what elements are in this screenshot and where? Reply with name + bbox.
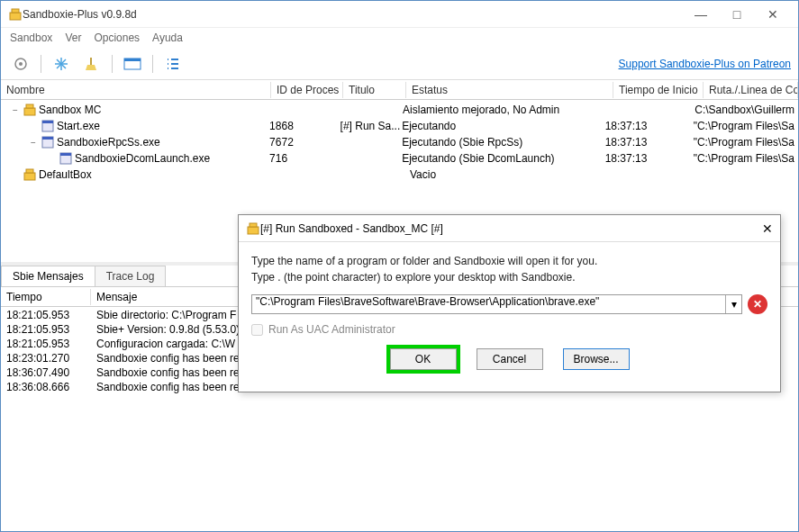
- cell-pid: 1868: [269, 120, 340, 132]
- cell-time: 18:37:13: [605, 152, 694, 165]
- cell-time: 18:37:13: [605, 120, 694, 132]
- broom-icon[interactable]: [79, 51, 104, 77]
- dialog-titlebar: [#] Run Sandboxed - Sandbox_MC [#] ✕: [239, 215, 780, 242]
- dropdown-icon[interactable]: ▾: [725, 295, 741, 313]
- svg-rect-20: [42, 121, 53, 123]
- settings-icon[interactable]: [8, 51, 33, 77]
- app-icon: [8, 7, 23, 22]
- toolbar-separator: [152, 55, 153, 73]
- tree-row[interactable]: − Sandbox MCAislamiento mejorado, No Adm…: [5, 102, 794, 118]
- svg-rect-0: [10, 13, 21, 20]
- maximize-button[interactable]: □: [719, 2, 755, 27]
- run-as-admin-checkbox[interactable]: Run As UAC Administrator: [251, 323, 767, 336]
- log-time: 18:21:05.953: [1, 309, 91, 323]
- log-col-tiempo[interactable]: Tiempo: [1, 289, 91, 305]
- menu-ayuda[interactable]: Ayuda: [152, 32, 183, 44]
- expander-icon[interactable]: −: [28, 138, 39, 148]
- tree-row[interactable]: Start.exe1868[#] Run Sa...Ejecutando18:3…: [5, 118, 794, 134]
- cancel-button[interactable]: Cancel: [477, 348, 543, 370]
- tree-row[interactable]: DefaultBoxVacio: [5, 167, 794, 183]
- svg-rect-1: [12, 9, 19, 13]
- menu-sandbox[interactable]: Sandbox: [10, 32, 52, 44]
- svg-rect-8: [90, 58, 92, 65]
- snowflake-icon[interactable]: [49, 51, 74, 77]
- ok-button[interactable]: OK: [390, 348, 457, 370]
- dialog-line1: Type the name of a program or folder and…: [251, 255, 597, 267]
- log-time: 18:21:05.953: [1, 338, 91, 352]
- patreon-link[interactable]: Support Sandboxie-Plus on Patreon: [619, 58, 791, 70]
- close-button[interactable]: ✕: [755, 2, 791, 27]
- svg-rect-22: [42, 137, 53, 140]
- col-tiempo[interactable]: Tiempo de Inicio: [613, 82, 704, 98]
- toolbar-separator: [112, 55, 113, 73]
- svg-rect-25: [24, 173, 35, 180]
- window-title: Sandboxie-Plus v0.9.8d: [23, 8, 683, 21]
- list-icon[interactable]: [160, 51, 186, 77]
- tab-trace-log[interactable]: Trace Log: [95, 266, 167, 286]
- minimize-button[interactable]: —: [683, 2, 719, 27]
- col-pid[interactable]: ID de Proces: [271, 82, 343, 98]
- cell-status: Vacio: [410, 168, 617, 181]
- exe-icon: [59, 151, 73, 166]
- program-path-combobox[interactable]: "C:\Program Files\BraveSoftware\Brave-Br…: [251, 294, 742, 314]
- exe-icon: [41, 119, 55, 133]
- run-sandboxed-dialog: [#] Run Sandboxed - Sandbox_MC [#] ✕ Typ…: [238, 214, 781, 392]
- cell-path: C:\Sandbox\Guillerm: [695, 104, 794, 116]
- clear-icon[interactable]: ✕: [748, 294, 767, 314]
- cell-status: Aislamiento mejorado, No Admin: [403, 104, 606, 116]
- menu-ver[interactable]: Ver: [65, 32, 81, 44]
- dialog-body: Type the name of a program or folder and…: [239, 242, 780, 392]
- svg-rect-24: [60, 153, 71, 156]
- cell-path: "C:\Program Files\Sa: [694, 152, 794, 165]
- program-path-value: "C:\Program Files\BraveSoftware\Brave-Br…: [256, 295, 599, 308]
- exe-icon: [41, 135, 55, 149]
- menu-opciones[interactable]: Opciones: [94, 32, 140, 44]
- svg-rect-17: [24, 108, 35, 115]
- dialog-close-icon[interactable]: ✕: [762, 221, 773, 236]
- svg-point-3: [19, 62, 23, 66]
- cell-time: 18:37:13: [605, 136, 694, 149]
- cell-status: Ejecutando: [402, 120, 604, 132]
- expander-icon[interactable]: −: [10, 105, 21, 115]
- svg-rect-26: [26, 169, 33, 173]
- tab-sbie-mensajes[interactable]: Sbie Mensajes: [1, 266, 95, 286]
- process-name: SandboxieRpcSs.exe: [57, 136, 160, 149]
- dialog-buttons: OK Cancel Browse...: [251, 348, 767, 381]
- sandbox-icon: [246, 221, 260, 236]
- cell-pid: 7672: [269, 136, 340, 149]
- sandbox-icon: [23, 167, 37, 182]
- svg-rect-27: [248, 227, 259, 234]
- tree-row[interactable]: SandboxieDcomLaunch.exe716Ejecutando (Sb…: [5, 150, 794, 167]
- svg-rect-18: [26, 104, 33, 108]
- dialog-title: [#] Run Sandboxed - Sandbox_MC [#]: [260, 222, 762, 235]
- col-estatus[interactable]: Estatus: [406, 82, 613, 98]
- sandbox-icon: [23, 103, 37, 117]
- cell-title: [#] Run Sa...: [340, 120, 403, 132]
- process-name: Sandbox MC: [39, 104, 101, 116]
- log-time: 18:23:01.270: [1, 352, 91, 366]
- cell-status: Ejecutando (Sbie RpcSs): [402, 136, 604, 149]
- process-name: Start.exe: [57, 120, 100, 132]
- col-titulo[interactable]: Titulo: [343, 82, 406, 98]
- cell-status: Ejecutando (Sbie DcomLaunch): [402, 152, 604, 165]
- process-name: DefaultBox: [39, 168, 92, 181]
- svg-rect-28: [250, 223, 257, 227]
- process-name: SandboxieDcomLaunch.exe: [75, 152, 210, 165]
- col-ruta[interactable]: Ruta./.Linea de Com: [704, 82, 798, 98]
- col-nombre[interactable]: Nombre: [1, 82, 271, 98]
- titlebar: Sandboxie-Plus v0.9.8d — □ ✕: [1, 1, 798, 28]
- run-as-admin-input[interactable]: [251, 324, 263, 336]
- panel-icon[interactable]: [120, 51, 145, 77]
- tree-row[interactable]: − SandboxieRpcSs.exe7672Ejecutando (Sbie…: [5, 134, 794, 150]
- menubar: Sandbox Ver Opciones Ayuda: [1, 28, 798, 48]
- toolbar-separator: [41, 55, 41, 73]
- dialog-line2: Type . (the point character) to explore …: [251, 271, 576, 284]
- run-as-admin-label: Run As UAC Administrator: [268, 323, 395, 336]
- dialog-instructions: Type the name of a program or folder and…: [251, 253, 767, 285]
- log-time: 18:21:05.953: [1, 323, 91, 338]
- svg-rect-10: [124, 59, 141, 61]
- cell-path: "C:\Program Files\Sa: [694, 120, 794, 132]
- browse-button[interactable]: Browse...: [563, 348, 630, 370]
- cell-pid: 716: [269, 152, 340, 165]
- log-time: 18:36:07.490: [1, 366, 91, 381]
